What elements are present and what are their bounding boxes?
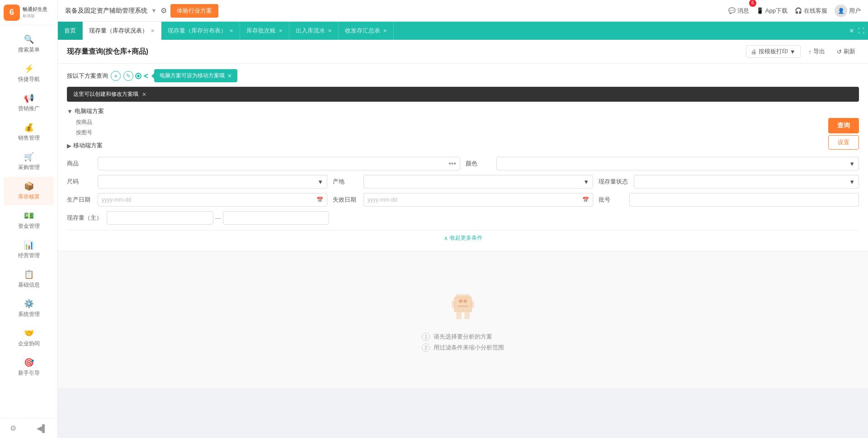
sales-icon: 💰	[24, 122, 34, 132]
sidebar-item-marketing[interactable]: 📢 营销推广	[4, 89, 54, 117]
export-button[interactable]: ↑ 导出	[805, 46, 829, 57]
sub-item-by-goods[interactable]: 按商品	[67, 117, 859, 127]
tip-text-1: 请先选择要分析的方案	[434, 333, 492, 341]
sidebar-item-label: 经营管理	[18, 252, 40, 259]
edit-scheme-button[interactable]: ✎	[123, 71, 133, 81]
svg-point-3	[463, 299, 467, 303]
tooltip2-area: 这里可以创建和修改方案哦 ✕	[67, 87, 859, 102]
sidebar-item-system[interactable]: ⚙️ 系统管理	[4, 294, 54, 323]
message-btn[interactable]: 💬 消息 6	[728, 7, 749, 15]
app-name: 畅通好生意	[23, 6, 47, 13]
print-button[interactable]: 🖨 按模板打印 ▼	[746, 45, 801, 58]
sidebar-item-quick[interactable]: ⚡ 快捷导航	[4, 59, 54, 88]
tab-label: 现存量（库存状况表）	[89, 27, 148, 35]
scheme-pc-item[interactable]: ▼ 电脑端方案	[67, 105, 859, 117]
sidebar-item-basic[interactable]: 📋 基础信息	[4, 265, 54, 293]
collapse-button[interactable]: ∧ 收起更多条件	[67, 230, 859, 245]
tab-close-icon[interactable]: ✕	[383, 28, 387, 34]
sidebar-item-sales[interactable]: 💰 销售管理	[4, 118, 54, 146]
sidebar-item-label: 搜索菜单	[18, 46, 40, 54]
header-right: 💬 消息 6 📱 App下载 🎧 在线客服 👤 用户	[728, 5, 861, 17]
sub-item-label: 按商品	[76, 119, 92, 125]
basic-icon: 📋	[24, 269, 34, 279]
field-origin: 产地 ▼	[333, 175, 593, 188]
tab-summary[interactable]: 收发存汇总表 ✕	[339, 22, 394, 40]
marketing-icon: 📢	[24, 93, 34, 103]
tab-fullscreen-icon[interactable]: ⛶	[858, 27, 864, 34]
tab-home[interactable]: 首页	[58, 22, 83, 40]
sidebar-item-purchase[interactable]: 🛒 采购管理	[4, 147, 54, 176]
field-label: 颜色	[466, 160, 493, 168]
tooltip2-close-icon[interactable]: ✕	[142, 91, 146, 98]
color-select[interactable]: ▼	[496, 157, 859, 170]
tab-close-icon[interactable]: ✕	[151, 28, 155, 34]
stock-qty-range: —	[107, 211, 329, 225]
field-prod-date: 生产日期 yyyy-mm-dd 📅	[67, 193, 327, 207]
reset-button[interactable]: 设置	[828, 135, 859, 150]
collapse-sidebar-icon[interactable]: ◀▌	[37, 424, 47, 433]
size-select[interactable]: ▼	[98, 175, 327, 188]
tooltip1-close-icon[interactable]: ✕	[227, 73, 232, 79]
tab-close-icon[interactable]: ✕	[278, 28, 283, 34]
search-icon: 🔍	[24, 34, 34, 44]
operations-icon: 📊	[24, 240, 34, 250]
trial-button[interactable]: 体验行业方案	[170, 4, 218, 18]
tab-close-icon[interactable]: ✕	[328, 28, 332, 34]
tab-flow[interactable]: 出入库流水 ✕	[289, 22, 339, 40]
sidebar-item-operations[interactable]: 📊 经营管理	[4, 235, 54, 264]
expire-date-start[interactable]: yyyy-mm-dd 📅	[363, 193, 593, 207]
refresh-label: 刷新	[844, 47, 855, 56]
field-stock-qty: 现存量（主） —	[67, 211, 329, 225]
svg-rect-0	[454, 297, 472, 312]
content-area: 现存量查询(按仓库+商品) 🖨 按模板打印 ▼ ↑ 导出 ↺ 刷新	[58, 40, 868, 438]
refresh-icon: ↺	[837, 48, 842, 55]
sidebar-item-guide[interactable]: 🎯 新手引导	[4, 353, 54, 381]
scheme-mobile-item[interactable]: ▶ 移动端方案	[67, 140, 859, 151]
print-dropdown-icon: ▼	[790, 48, 796, 55]
refresh-button[interactable]: ↺ 刷新	[833, 46, 859, 57]
sub-item-by-figure[interactable]: 按图号	[67, 127, 859, 138]
connector-area	[136, 73, 150, 79]
sidebar-item-label: 快捷导航	[18, 75, 40, 83]
tab-label: 库存批次账	[246, 27, 276, 35]
tab-stock-dist[interactable]: 现存量（库存分布表） ✕	[161, 22, 240, 40]
sidebar-item-search[interactable]: 🔍 搜索菜单	[4, 30, 54, 58]
stock-qty-start[interactable]	[107, 211, 213, 225]
system-dropdown-icon[interactable]: ▼	[151, 7, 157, 14]
sub-item-label: 按图号	[76, 129, 92, 136]
origin-select[interactable]: ▼	[363, 175, 593, 188]
add-scheme-button[interactable]: +	[111, 71, 121, 81]
sidebar-item-finance[interactable]: 💵 资金管理	[4, 206, 54, 235]
stock-status-select[interactable]: ▼	[634, 175, 859, 188]
tab-stock-status[interactable]: 现存量（库存状况表） ✕	[83, 22, 161, 40]
top-header: 装备及固定资产辅助管理系统 ▼ ⚙ 体验行业方案 💬 消息 6 📱 App下载 …	[58, 0, 868, 22]
gear-icon[interactable]: ⚙	[160, 6, 167, 15]
sidebar-item-label: 库存核算	[18, 193, 40, 201]
message-icon: 💬	[728, 7, 736, 14]
goods-input[interactable]: •••	[98, 157, 460, 170]
tab-close-all-icon[interactable]: ✕	[849, 27, 854, 34]
sidebar: 6 畅通好生意 标准版 🔍 搜索菜单 ⚡ 快捷导航 📢 营销推广 💰 销售管理 …	[0, 0, 58, 438]
stock-qty-end[interactable]	[223, 211, 330, 225]
query-button[interactable]: 查询	[828, 118, 859, 133]
sidebar-bottom: ⚙ ◀▌	[0, 418, 57, 438]
user-area[interactable]: 👤 用户	[835, 5, 861, 17]
prod-date-start[interactable]: yyyy-mm-dd 📅	[98, 193, 327, 207]
app-download-btn[interactable]: 📱 App下载	[756, 7, 788, 15]
tab-batch[interactable]: 库存批次账 ✕	[240, 22, 289, 40]
online-service-label: 在线客服	[804, 7, 827, 15]
field-label: 批号	[599, 196, 626, 204]
tab-close-icon[interactable]: ✕	[229, 28, 233, 34]
range-sep: —	[215, 215, 221, 221]
main-area: 装备及固定资产辅助管理系统 ▼ ⚙ 体验行业方案 💬 消息 6 📱 App下载 …	[58, 0, 868, 438]
online-service-btn[interactable]: 🎧 在线客服	[795, 7, 827, 15]
sidebar-item-inventory[interactable]: 📦 库存核算	[4, 177, 54, 205]
sidebar-item-enterprise[interactable]: 🤝 企业协同	[4, 324, 54, 352]
field-label: 生产日期	[67, 196, 94, 204]
dots-icon[interactable]: •••	[448, 160, 456, 168]
batch-input[interactable]	[629, 193, 859, 207]
empty-area: 1 请先选择要分析的方案 2 用过滤条件来缩小分析范围	[58, 251, 868, 388]
field-label: 商品	[67, 160, 94, 168]
settings-icon[interactable]: ⚙	[10, 424, 16, 433]
sidebar-item-label: 新手引导	[18, 369, 40, 377]
